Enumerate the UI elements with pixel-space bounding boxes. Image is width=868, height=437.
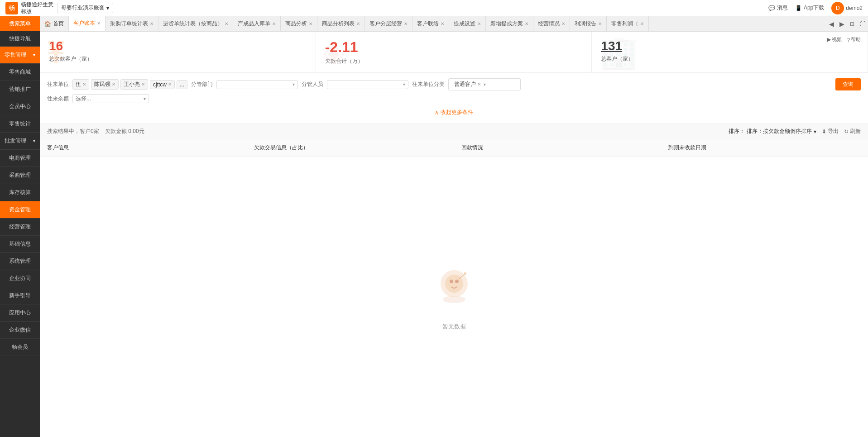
- stats-section: ¥ 16 总欠款客户（家） ◈ -2.11 欠款合计（万） 🏢 131 总客户（…: [40, 32, 868, 73]
- category-filter-input[interactable]: 普通客户 ✕ ▾: [448, 78, 521, 90]
- dept-input[interactable]: [220, 81, 293, 88]
- tab-customer-contact[interactable]: 客户联络 ✕: [412, 16, 449, 32]
- tab-close-icon[interactable]: ✕: [477, 21, 481, 26]
- tab-customer-tier[interactable]: 客户分层经营 ✕: [365, 16, 412, 32]
- tab-close-icon[interactable]: ✕: [272, 21, 276, 26]
- filter-tag-wu: 伍 ✕: [72, 79, 89, 90]
- main-layout: 搜索菜单 快捷导航 零售管理 ▾ 零售商城 营销推广 会员中心 零售统计 批发管…: [0, 16, 868, 437]
- sidebar-item-app-center[interactable]: 应用中心: [0, 304, 40, 322]
- remain-filter-label: 往来余额: [47, 95, 69, 103]
- sidebar-item-newbie[interactable]: 新手引导: [0, 287, 40, 304]
- tag-close-wang[interactable]: ✕: [141, 82, 145, 87]
- sidebar-item-inventory[interactable]: 库存核算: [0, 184, 40, 201]
- sidebar-item-corp-wechat[interactable]: 企业微信: [0, 322, 40, 339]
- sidebar-item-system-mgmt[interactable]: 系统管理: [0, 253, 40, 270]
- tab-close-icon[interactable]: ✕: [525, 21, 528, 26]
- tab-retail-profit[interactable]: 零售利润（ ✕: [607, 16, 649, 32]
- help-btn[interactable]: ? 帮助: [847, 36, 861, 43]
- export-btn[interactable]: ⬇ 导出: [822, 128, 839, 135]
- tab-product-inbound[interactable]: 产成品入库单 ✕: [233, 16, 281, 32]
- svg-point-6: [464, 272, 466, 275]
- tab-home[interactable]: 🏠 首页: [40, 16, 69, 32]
- tabs-actions: ◀ ▶ ⊡ ⛶: [826, 20, 868, 28]
- filter-tag-more[interactable]: ...: [177, 80, 187, 89]
- tab-close-icon[interactable]: ✕: [356, 21, 360, 26]
- sidebar-item-basic-info[interactable]: 基础信息: [0, 236, 40, 253]
- tab-close-icon[interactable]: ✕: [640, 21, 644, 26]
- manager-filter-input[interactable]: ▾: [327, 80, 408, 89]
- sidebar-item-operation[interactable]: 经营管理: [0, 218, 40, 236]
- collapse-row: ∧ 收起更多条件: [47, 107, 861, 118]
- dept-dropdown-icon[interactable]: ▾: [293, 82, 295, 87]
- tab-close-icon[interactable]: ✕: [598, 21, 602, 26]
- filter-tag-wang: 王小亮 ✕: [120, 79, 148, 90]
- tab-next-btn[interactable]: ▶: [837, 20, 847, 28]
- stat-bg-icon-2: ◈: [323, 36, 344, 68]
- play-icon: ▶: [827, 37, 831, 43]
- sidebar-item-corp-coop[interactable]: 企业协同: [0, 270, 40, 287]
- tab-expand-btn[interactable]: ⊡: [847, 21, 857, 27]
- sidebar-item-purchase[interactable]: 采购管理: [0, 167, 40, 184]
- remain-dropdown-icon[interactable]: ▾: [144, 96, 146, 101]
- table-header-customer-info: 客户信息: [40, 139, 247, 156]
- chevron-down-icon: ▾: [33, 138, 35, 143]
- sidebar-item-ecommerce[interactable]: 电商管理: [0, 150, 40, 167]
- tab-product-analysis[interactable]: 商品分析 ✕: [281, 16, 317, 32]
- tab-raise-settings[interactable]: 提成设置 ✕: [449, 16, 486, 32]
- top-bar-right: 💬 消息 📱 App下载 D demo2: [768, 2, 863, 14]
- sidebar-item-retail-mgmt[interactable]: 零售管理 ▾: [0, 47, 40, 64]
- refresh-icon: ↻: [844, 128, 849, 135]
- dept-filter-input[interactable]: ▾: [216, 80, 298, 89]
- message-icon: 💬: [768, 5, 775, 11]
- table-header-due-date: 到期未收款日期: [661, 139, 868, 156]
- filter-row-1: 往来单位 伍 ✕ 陈民强 ✕ 王小亮 ✕: [47, 78, 861, 90]
- sidebar-item-retail-shop[interactable]: 零售商城: [0, 64, 40, 81]
- top-bar: 畅 畅捷通好生意 标版 母婴行业演示账套 ▾ 💬 消息 📱 App下载 D de…: [0, 0, 868, 16]
- tag-close-chen[interactable]: ✕: [112, 82, 115, 87]
- tab-close-icon[interactable]: ✕: [561, 21, 565, 26]
- top-bar-left: 畅 畅捷通好生意 标版 母婴行业演示账套 ▾: [5, 1, 113, 14]
- sidebar-item-capital[interactable]: 资金管理: [0, 201, 40, 218]
- user-avatar-area[interactable]: D demo2: [831, 2, 863, 14]
- sort-select[interactable]: 排序： 排序：按欠款金额倒序排序 ▾: [729, 128, 816, 135]
- tab-close-icon[interactable]: ✕: [309, 21, 312, 26]
- tab-prev-btn[interactable]: ◀: [826, 20, 837, 28]
- sidebar-search[interactable]: 搜索菜单: [0, 16, 40, 31]
- sidebar-item-retail-stats[interactable]: 零售统计: [0, 115, 40, 133]
- category-tag-close[interactable]: ✕: [477, 82, 481, 87]
- manager-input[interactable]: [330, 81, 403, 88]
- tab-close-icon[interactable]: ✕: [97, 21, 101, 26]
- tab-purchase-order-stats[interactable]: 采购订单统计表 ✕: [106, 16, 158, 32]
- remain-filter-input[interactable]: ▾: [72, 94, 149, 103]
- tag-close-wu[interactable]: ✕: [82, 82, 86, 87]
- sidebar-item-vip-member[interactable]: 畅会员: [0, 339, 40, 356]
- sidebar: 搜索菜单 快捷导航 零售管理 ▾ 零售商城 营销推广 会员中心 零售统计 批发管…: [0, 16, 40, 437]
- collapse-more-btn[interactable]: ∧ 收起更多条件: [431, 107, 477, 118]
- manager-dropdown-icon[interactable]: ▾: [403, 82, 405, 87]
- tab-fullscreen-btn[interactable]: ⛶: [857, 21, 868, 27]
- tab-product-analysis-list[interactable]: 商品分析列表 ✕: [317, 16, 365, 32]
- tag-close-cjttcw[interactable]: ✕: [168, 82, 172, 87]
- sidebar-item-wholesale-mgmt[interactable]: 批发管理 ▾: [0, 133, 40, 150]
- remain-input[interactable]: [76, 95, 144, 102]
- category-dropdown-icon[interactable]: ▾: [484, 82, 486, 87]
- tab-profit-report[interactable]: 利润报告 ✕: [570, 16, 607, 32]
- tab-close-icon[interactable]: ✕: [404, 21, 408, 26]
- stat-card-total-customers: 🏢 131 总客户（家）: [592, 32, 868, 72]
- store-selector[interactable]: 母婴行业演示账套 ▾: [57, 3, 113, 13]
- tab-purchase-stats-by-product[interactable]: 进货单统计表（按商品） ✕: [158, 16, 233, 32]
- tab-close-icon[interactable]: ✕: [150, 21, 153, 26]
- sidebar-item-member[interactable]: 会员中心: [0, 98, 40, 115]
- tab-customer-cost[interactable]: 客户账本 ✕: [69, 16, 106, 32]
- tab-close-icon[interactable]: ✕: [441, 21, 444, 26]
- sidebar-item-marketing[interactable]: 营销推广: [0, 81, 40, 98]
- sidebar-quick-nav[interactable]: 快捷导航: [0, 31, 40, 47]
- tab-operations[interactable]: 经营情况 ✕: [533, 16, 570, 32]
- tab-new-raise-plan[interactable]: 新增提成方案 ✕: [486, 16, 533, 32]
- tab-close-icon[interactable]: ✕: [225, 21, 228, 26]
- refresh-btn[interactable]: ↻ 刷新: [844, 128, 861, 135]
- query-button[interactable]: 查询: [835, 78, 861, 90]
- video-btn[interactable]: ▶ 视频: [827, 36, 842, 43]
- message-btn[interactable]: 💬 消息: [768, 4, 788, 12]
- app-download-btn[interactable]: 📱 App下载: [795, 4, 824, 12]
